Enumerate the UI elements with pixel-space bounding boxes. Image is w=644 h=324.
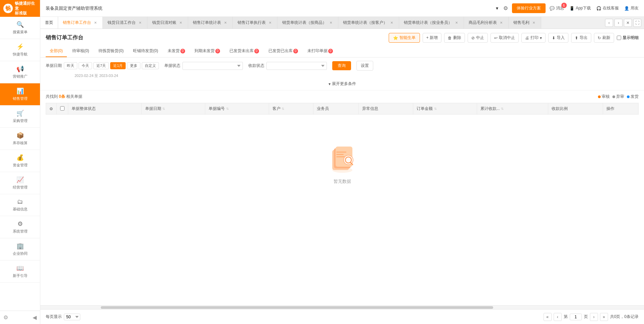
system-icon: ⚙ xyxy=(17,220,23,228)
sidebar-item-operation[interactable]: 📈经营管理 xyxy=(0,172,40,194)
online-service-btn[interactable]: 🎧 在线客服 xyxy=(596,5,619,11)
batch-ship-btn[interactable]: 发货 xyxy=(627,94,639,99)
collection-select[interactable] xyxy=(266,62,327,70)
tab-close-goods-margin[interactable]: ✕ xyxy=(499,21,504,25)
sidebar-item-purchase[interactable]: 🛒采购管理 xyxy=(0,106,40,128)
first-page-btn[interactable]: « xyxy=(544,313,552,321)
sub-tab-not-shipped[interactable]: 未发货0 xyxy=(164,45,189,57)
sub-tab-shipped-out[interactable]: 已发货已出库0 xyxy=(264,45,302,57)
tab-sales-earn[interactable]: 销售毛利✕ xyxy=(509,17,541,29)
status-filter: 单据状态 xyxy=(164,62,243,70)
batch-unreviewed-btn[interactable]: 弃审 xyxy=(612,94,624,99)
tab-close-sales-earn[interactable]: ✕ xyxy=(531,21,536,25)
last-page-btn[interactable]: » xyxy=(600,313,608,321)
add-btn[interactable]: + 新增 xyxy=(423,33,441,43)
print-btn[interactable]: 🖨 打印 ▾ xyxy=(521,33,546,43)
stop-btn[interactable]: ⊘ 中止 xyxy=(468,33,488,43)
sidebar-item-sales[interactable]: 📊销售管理 xyxy=(0,83,40,106)
tab-close-all-btn[interactable]: ✕ xyxy=(624,19,632,27)
settings-icon[interactable]: ⚙ xyxy=(3,314,8,321)
th-customer: 客户 ⇅ xyxy=(269,103,313,115)
tab-goods-margin[interactable]: 商品毛利分析表✕ xyxy=(464,17,509,29)
sidebar-item-marketing[interactable]: 📢营销推广 xyxy=(0,61,40,83)
tab-home[interactable]: 首页 xyxy=(40,17,58,29)
sidebar-item-quick-nav[interactable]: ⚡快捷导航 xyxy=(0,39,40,61)
number-sort-icon[interactable]: ⇅ xyxy=(226,107,229,111)
show-detail-label[interactable]: 显示明细 xyxy=(617,35,639,41)
tab-close-goods-stat-product[interactable]: ✕ xyxy=(329,21,333,25)
horizontal-scrollbar[interactable] xyxy=(40,305,644,309)
sidebar-item-finance[interactable]: 💰资金管理 xyxy=(0,150,40,172)
sub-tab-overdue-not-shipped[interactable]: 到期未发货0 xyxy=(190,45,224,57)
sidebar-item-basic[interactable]: 🗂基础信息 xyxy=(0,194,40,216)
amount-sort-icon[interactable]: ⇅ xyxy=(434,107,437,111)
sidebar-item-inventory[interactable]: 📦库存核算 xyxy=(0,128,40,150)
sidebar-item-enterprise[interactable]: 🏢企业协同 xyxy=(0,238,40,260)
tab-goods-stat-product[interactable]: 销货单统计表（按商品）✕ xyxy=(277,17,338,29)
import-btn[interactable]: ⬇ 导入 xyxy=(548,33,568,43)
page-total-text: 共0页，0条记录 xyxy=(610,314,639,320)
date-btn-custom[interactable]: 自定义 xyxy=(142,62,159,69)
date-sort-icon[interactable]: ⇅ xyxy=(162,107,165,111)
sub-tab-wangpu-pending[interactable]: 旺铺待发货(0) xyxy=(129,45,162,57)
app-download-btn[interactable]: 📱 App下载 xyxy=(569,5,591,11)
sub-tab-not-printed[interactable]: 未打印单据0 xyxy=(303,45,337,57)
tab-close-sales-stat[interactable]: ✕ xyxy=(223,21,228,25)
tab-next-btn[interactable]: › xyxy=(614,19,622,27)
prev-page-btn[interactable]: ‹ xyxy=(554,313,562,321)
topbar-dropdown[interactable]: ▼ xyxy=(495,6,499,11)
tab-cash-reconcile[interactable]: 钱货日清对账✕ xyxy=(147,17,188,29)
tab-close-sales-exec[interactable]: ✕ xyxy=(268,21,272,25)
status-select[interactable] xyxy=(182,62,243,70)
show-detail-checkbox[interactable] xyxy=(617,36,621,40)
date-btn-more[interactable]: 更多 xyxy=(127,62,140,69)
date-btn-7days[interactable]: 近7天 xyxy=(93,62,109,69)
batch-review-btn[interactable]: 审核 xyxy=(598,94,610,99)
cancel-stop-btn[interactable]: ↩ 取消中止 xyxy=(490,33,519,43)
set-btn[interactable]: 设置 xyxy=(356,61,373,71)
th-settings[interactable]: ⚙ xyxy=(46,103,57,115)
tab-sales-order[interactable]: 销售订单工作台✕ xyxy=(58,17,103,29)
tab-close-goods-stat-customer[interactable]: ✕ xyxy=(389,21,394,25)
expand-filter-btn[interactable]: ▾ 展开更多条件 xyxy=(329,81,356,87)
tab-close-cash-reconcile[interactable]: ✕ xyxy=(178,21,183,25)
collapse-icon[interactable]: ◀ xyxy=(33,314,37,321)
tab-close-goods-stat-staff[interactable]: ✕ xyxy=(454,21,459,25)
topbar-settings-icon[interactable]: ⚙ xyxy=(503,5,508,11)
sidebar-item-system[interactable]: ⚙系统管理 xyxy=(0,216,40,238)
sub-tab-pending-review[interactable]: 待审核(0) xyxy=(68,45,93,57)
query-btn[interactable]: 查询 xyxy=(332,61,351,70)
date-btn-today[interactable]: 今天 xyxy=(79,62,92,69)
tab-goods-stat-customer[interactable]: 销货单统计表（按客户）✕ xyxy=(338,17,399,29)
select-all-checkbox[interactable] xyxy=(60,106,65,111)
next-page-btn[interactable]: › xyxy=(590,313,598,321)
customer-sort-icon[interactable]: ⇅ xyxy=(282,107,284,111)
user-btn[interactable]: 👤 用友 xyxy=(624,5,639,11)
date-btn-1month[interactable]: 近1月 xyxy=(110,62,126,69)
export-btn[interactable]: ⬆ 导出 xyxy=(571,33,591,43)
sub-tab-pending-check[interactable]: 待拣货验货(0) xyxy=(94,45,128,57)
page-input[interactable] xyxy=(570,314,582,320)
refresh-btn[interactable]: ↻ 刷新 xyxy=(594,33,614,43)
sub-tab-all[interactable]: 全部(0) xyxy=(46,45,67,57)
tab-sales-exec[interactable]: 销售订单执行表✕ xyxy=(233,17,277,29)
tab-cash-daily[interactable]: 钱货日清工作台✕ xyxy=(103,17,147,29)
tab-expand-btn[interactable]: ⛶ xyxy=(633,19,641,27)
messages-btn[interactable]: 💬 消息 6 xyxy=(550,5,564,11)
delete-btn[interactable]: 🗑 删除 xyxy=(444,33,465,43)
tab-goods-stat-staff[interactable]: 销货单统计表（按业务员）✕ xyxy=(399,17,464,29)
sidebar-item-guide[interactable]: 📖新手引导 xyxy=(0,260,40,283)
page-size-select[interactable]: 50 10 20 100 xyxy=(64,314,80,320)
tab-sales-stat[interactable]: 销售订单统计表✕ xyxy=(188,17,233,29)
smart-btn[interactable]: ⭐ 智能生单 xyxy=(389,33,420,43)
sidebar-item-search[interactable]: 🔍搜索菜单 xyxy=(0,17,40,39)
tab-close-sales-order[interactable]: ✕ xyxy=(93,21,98,25)
tab-close-cash-daily[interactable]: ✕ xyxy=(138,21,142,25)
industry-btn[interactable]: 体验行业方案 xyxy=(512,3,546,13)
th-checkbox[interactable] xyxy=(57,103,68,115)
collected-sort-icon[interactable]: ⇅ xyxy=(501,107,504,111)
scroll-thumb[interactable] xyxy=(101,306,493,309)
tab-prev-btn[interactable]: ‹ xyxy=(605,19,613,27)
date-btn-yesterday[interactable]: 昨天 xyxy=(64,62,77,69)
sub-tab-shipped-not-in[interactable]: 已发货未出库0 xyxy=(225,45,263,57)
